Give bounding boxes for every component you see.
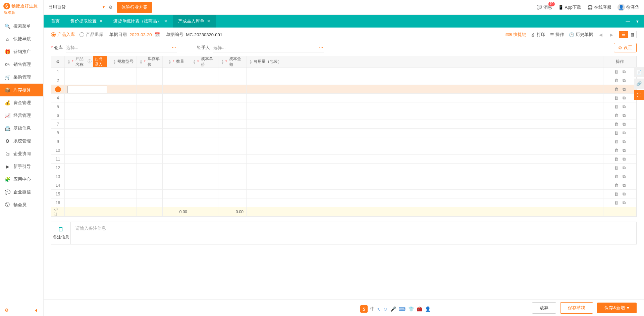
- table-row[interactable]: 9🗑⧉: [51, 137, 636, 146]
- copy-icon[interactable]: ⧉: [623, 174, 626, 179]
- sidebar-item[interactable]: 🛍销售管理: [0, 58, 43, 71]
- table-row[interactable]: 1🗑⧉: [51, 67, 636, 76]
- sidebar-item[interactable]: 🔍搜索菜单: [0, 20, 43, 33]
- tabs-more-icon[interactable]: ▾: [633, 19, 641, 24]
- support-link[interactable]: 🎧 在线客服: [587, 4, 611, 10]
- save-draft-button[interactable]: 保存草稿: [560, 302, 593, 314]
- delete-icon[interactable]: 🗑: [614, 191, 619, 196]
- prev-doc-icon[interactable]: ◀: [598, 32, 604, 37]
- tab[interactable]: 首页: [46, 15, 65, 28]
- col-amount[interactable]: ▲▼*成本金额: [218, 56, 247, 67]
- copy-icon[interactable]: ⧉: [623, 95, 626, 101]
- sidebar-item[interactable]: 💬企业微信: [0, 186, 43, 198]
- date-field[interactable]: 单据日期 2023-03-20 📅: [109, 32, 160, 38]
- footer-settings-icon[interactable]: ⚙: [5, 308, 9, 313]
- tab[interactable]: 售价提取设置✕: [65, 15, 108, 28]
- delete-icon[interactable]: 🗑: [614, 139, 619, 144]
- tab[interactable]: 进货单统计表（按商品）✕: [108, 15, 173, 28]
- sidebar-item[interactable]: Ⓥ畅会员: [0, 198, 43, 211]
- sidebar-item[interactable]: 🛒采购管理: [0, 71, 43, 84]
- copy-icon[interactable]: ⧉: [623, 104, 626, 109]
- delete-icon[interactable]: 🗑: [614, 156, 619, 162]
- sidebar-item[interactable]: 📇基础信息: [0, 122, 43, 135]
- column-settings[interactable]: ⚙: [51, 56, 65, 67]
- delete-icon[interactable]: 🗑: [614, 87, 619, 92]
- tabs-minimize-icon[interactable]: —: [624, 19, 632, 24]
- ime-skin-icon[interactable]: 👕: [408, 306, 414, 312]
- delete-icon[interactable]: 🗑: [614, 69, 619, 74]
- sidebar-item[interactable]: ⌂快捷导航: [0, 33, 43, 45]
- ime-lang[interactable]: 中: [370, 306, 375, 312]
- delete-icon[interactable]: 🗑: [614, 165, 619, 170]
- copy-icon[interactable]: ⧉: [623, 165, 626, 171]
- sidebar-item[interactable]: ⚙系统管理: [0, 135, 43, 147]
- radio-product-in[interactable]: 产品入库: [51, 32, 75, 38]
- history-button[interactable]: 🕑 历史单据: [569, 32, 593, 38]
- add-row-button[interactable]: +: [55, 86, 61, 92]
- table-row[interactable]: 14🗑⧉: [51, 181, 636, 190]
- category-dropdown[interactable]: 日用百货 ▾: [48, 4, 105, 10]
- copy-icon[interactable]: ⧉: [623, 87, 626, 92]
- settings-button[interactable]: ⚙ 设置: [614, 43, 637, 52]
- copy-icon[interactable]: ⧉: [623, 78, 626, 83]
- delete-icon[interactable]: 🗑: [614, 200, 619, 205]
- strip-note-icon[interactable]: 📄: [634, 67, 644, 77]
- ime-toolbox-icon[interactable]: 🧰: [417, 306, 422, 312]
- col-spec[interactable]: ▲▼规格型号: [110, 56, 137, 67]
- close-icon[interactable]: ✕: [164, 19, 167, 24]
- ime-keyboard-icon[interactable]: ⌨: [399, 306, 406, 312]
- sidebar-item[interactable]: 🧩应用中心: [0, 173, 43, 186]
- warehouse-select[interactable]: 选择... ⋯: [66, 43, 177, 52]
- shortcut-button[interactable]: ⌨ 快捷键: [505, 32, 526, 38]
- view-card-icon[interactable]: ▦: [628, 31, 637, 38]
- table-row[interactable]: 13🗑⧉: [51, 172, 636, 181]
- remark-input[interactable]: 请输入备注信息: [71, 222, 636, 244]
- save-new-button[interactable]: 保存&新增 ▾: [597, 303, 637, 313]
- table-row[interactable]: 4🗑⧉: [51, 94, 636, 102]
- ime-brand-icon[interactable]: S: [360, 305, 368, 313]
- close-icon[interactable]: ✕: [207, 19, 210, 24]
- ime-emoji-icon[interactable]: ☺: [383, 306, 388, 312]
- user-menu[interactable]: 👤 徐泽华: [618, 4, 639, 11]
- copy-icon[interactable]: ⧉: [623, 148, 626, 153]
- copy-icon[interactable]: ⧉: [623, 156, 626, 162]
- copy-icon[interactable]: ⧉: [623, 122, 626, 127]
- print-button[interactable]: 🖨 打印: [531, 32, 545, 38]
- cta-button[interactable]: 体验行业方案: [117, 2, 152, 13]
- handler-select[interactable]: 选择... ⋯: [213, 43, 324, 52]
- strip-expand-icon[interactable]: ⛶: [634, 90, 644, 100]
- close-icon[interactable]: ✕: [99, 19, 103, 24]
- table-row[interactable]: 12🗑⧉: [51, 164, 636, 172]
- table-row[interactable]: 7🗑⧉: [51, 120, 636, 129]
- table-row[interactable]: 11🗑⧉: [51, 155, 636, 164]
- delete-icon[interactable]: 🗑: [614, 148, 619, 153]
- sidebar-item[interactable]: 🎁营销推广: [0, 45, 43, 58]
- table-row[interactable]: 2🗑⧉: [51, 76, 636, 85]
- category-settings-icon[interactable]: ⚙: [109, 5, 113, 10]
- delete-icon[interactable]: 🗑: [614, 113, 619, 118]
- sidebar-item[interactable]: 📦库存核算: [0, 84, 43, 96]
- copy-icon[interactable]: ⧉: [623, 69, 626, 75]
- product-name-input[interactable]: [67, 86, 107, 93]
- view-list-icon[interactable]: ☰: [619, 31, 628, 38]
- footer-collapse-icon[interactable]: ⏴: [34, 308, 39, 313]
- sidebar-item[interactable]: 📈经营管理: [0, 109, 43, 122]
- table-row[interactable]: 6🗑⧉: [51, 111, 636, 120]
- radio-product-out[interactable]: 产品退库: [79, 32, 103, 38]
- copy-icon[interactable]: ⧉: [623, 191, 626, 197]
- table-row[interactable]: 10🗑⧉: [51, 146, 636, 155]
- delete-icon[interactable]: 🗑: [614, 183, 619, 188]
- delete-icon[interactable]: 🗑: [614, 174, 619, 179]
- ime-user-icon[interactable]: 👤: [425, 306, 431, 312]
- tab[interactable]: 产成品入库单✕: [173, 15, 216, 28]
- col-unit[interactable]: ▲▼*库存单位: [137, 56, 163, 67]
- ime-voice-icon[interactable]: 🎤: [390, 306, 396, 312]
- delete-icon[interactable]: 🗑: [614, 104, 619, 109]
- messages-link[interactable]: 💬 消息 70: [537, 4, 552, 10]
- col-qty[interactable]: ▲▼*数量: [163, 56, 190, 67]
- ime-punct-icon[interactable]: •,: [377, 306, 380, 312]
- delete-icon[interactable]: 🗑: [614, 78, 619, 83]
- delete-icon[interactable]: 🗑: [614, 130, 619, 135]
- table-row[interactable]: 8🗑⧉: [51, 129, 636, 137]
- strip-link-icon[interactable]: 🔗: [634, 79, 644, 89]
